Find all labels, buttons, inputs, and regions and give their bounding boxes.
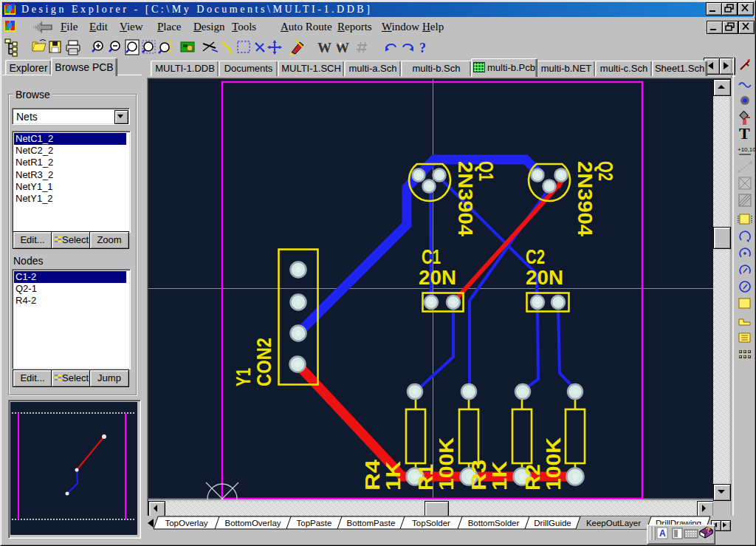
- svg-text:20N: 20N: [526, 267, 563, 289]
- svg-text:R2: R2: [522, 464, 544, 491]
- svg-text:Q2: Q2: [594, 161, 616, 181]
- svg-text:R4: R4: [362, 460, 384, 491]
- svg-text:1K: 1K: [382, 460, 405, 491]
- svg-text:BottomOverlay: BottomOverlay: [224, 519, 281, 528]
- svg-text:KeepOutLayer: KeepOutLayer: [586, 519, 641, 528]
- svg-text:?: ?: [419, 41, 426, 55]
- svg-text:A: A: [659, 528, 666, 539]
- svg-text:BottomPaste: BottomPaste: [347, 519, 396, 528]
- svg-text:CON2: CON2: [253, 338, 275, 386]
- svg-text:100K: 100K: [436, 437, 458, 491]
- svg-text:Q1: Q1: [475, 161, 497, 181]
- svg-text:Y1: Y1: [233, 368, 255, 386]
- svg-text:C2: C2: [526, 246, 545, 268]
- svg-text:+10,10: +10,10: [738, 146, 756, 153]
- svg-text:TopOverlay: TopOverlay: [165, 519, 207, 528]
- svg-text:?: ?: [705, 527, 711, 534]
- svg-text:DrillGuide: DrillGuide: [534, 519, 571, 528]
- svg-text:20N: 20N: [419, 267, 456, 289]
- svg-text:T: T: [739, 124, 750, 143]
- svg-text:TopSolder: TopSolder: [412, 519, 450, 528]
- svg-text:100K: 100K: [543, 437, 565, 491]
- svg-text:R3: R3: [468, 460, 490, 491]
- svg-text:2N3904: 2N3904: [574, 161, 596, 236]
- svg-text:2N3904: 2N3904: [454, 161, 476, 236]
- svg-text:TopPaste: TopPaste: [297, 519, 332, 528]
- svg-text:C1: C1: [422, 246, 441, 268]
- svg-text:1K: 1K: [489, 460, 511, 491]
- svg-text:W: W: [317, 40, 331, 55]
- svg-text:W: W: [335, 40, 349, 55]
- svg-text:BottomSolder: BottomSolder: [468, 519, 520, 528]
- svg-text:R1: R1: [415, 464, 437, 491]
